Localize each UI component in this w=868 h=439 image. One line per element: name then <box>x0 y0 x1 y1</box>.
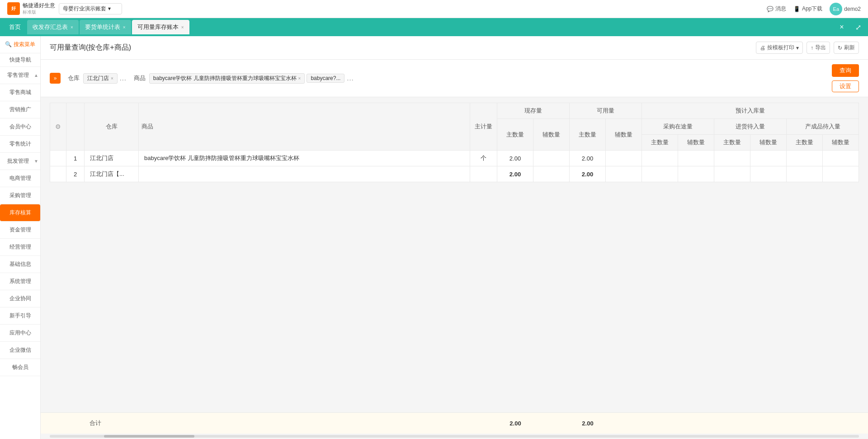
sidebar-item-retail-mgmt[interactable]: 零售管理 ▲ <box>0 67 40 84</box>
footer-td-index <box>66 416 84 430</box>
td-product-2 <box>139 166 470 182</box>
tab-close-all-btn[interactable]: × <box>835 21 848 33</box>
sidebar-item-system-mgmt[interactable]: 系统管理 <box>0 273 40 290</box>
filter-warehouse-group: 仓库 江北门店 × … <box>68 73 127 84</box>
sidebar-item-retail-mall[interactable]: 零售商城 <box>0 84 40 101</box>
logo-sub-name: 标准版 <box>23 9 55 15</box>
sidebar-item-new-guide[interactable]: 新手引导 <box>0 307 40 325</box>
sidebar-item-app-center[interactable]: 应用中心 <box>0 325 40 342</box>
search-icon: 🔍 <box>5 41 12 47</box>
footer-td-unit <box>470 416 497 430</box>
filter-product-tag-2[interactable]: babycare?... <box>307 74 344 83</box>
org-name: 母婴行业演示账套 <box>63 5 106 13</box>
tab-bar: 首页 收发存汇总表 × 要货单统计表 × 可用量库存账本 × × ⤢ <box>0 18 868 36</box>
sidebar-search[interactable]: 🔍 搜索菜单 <box>0 36 40 53</box>
tab-receipt-summary-close[interactable]: × <box>71 25 73 30</box>
tab-fullscreen-btn[interactable]: ⤢ <box>852 21 864 33</box>
th-inbound-group: 进货待入量 <box>714 119 787 135</box>
td-stock-main-2: 2.00 <box>497 166 533 182</box>
sidebar-item-finance-mgmt[interactable]: 资金管理 <box>0 222 40 239</box>
tab-available-stock-close[interactable]: × <box>181 25 184 30</box>
app-download-icon: 📱 <box>793 6 800 12</box>
sidebar-item-batch-mgmt[interactable]: 批发管理 ▼ <box>0 153 40 170</box>
footer-avail-main: 2.00 <box>570 416 606 430</box>
td-index-2: 2 <box>66 166 85 182</box>
sidebar-item-basic-info[interactable]: 基础信息 <box>0 256 40 273</box>
query-btn[interactable]: 查询 <box>832 64 859 77</box>
filter-expand-btn[interactable]: » <box>50 73 61 84</box>
page-title: 可用量查询(按仓库+商品) <box>50 43 131 52</box>
sidebar-nav[interactable]: 快捷导航 <box>0 53 40 67</box>
tab-order-stats-close[interactable]: × <box>123 25 126 30</box>
export-icon: ↑ <box>811 45 813 51</box>
sidebar-item-enterprise-wechat[interactable]: 企业微信 <box>0 342 40 359</box>
sidebar-item-finance-mgmt-label: 资金管理 <box>2 226 38 234</box>
message-icon: 💬 <box>767 6 774 12</box>
sidebar-item-member-label: 畅会员 <box>2 363 38 371</box>
th-product: 商品 <box>139 103 470 151</box>
horizontal-scroll-area[interactable] <box>41 434 868 439</box>
product-filter-label: 商品 <box>134 74 146 82</box>
filter-warehouse-tag-1[interactable]: 江北门店 × <box>83 73 118 84</box>
th-available-group: 可用量 <box>570 103 642 119</box>
gear-icon[interactable]: ⚙ <box>55 123 61 130</box>
app-download-btn[interactable]: 📱 App下载 <box>793 5 822 13</box>
th-purchase-main: 主数量 <box>642 135 678 151</box>
sidebar-item-retail-mgmt-arrow: ▲ <box>34 73 38 78</box>
footer-product-main <box>787 416 823 430</box>
sidebar-item-app-center-label: 应用中心 <box>2 329 38 337</box>
filter-product-more[interactable]: … <box>346 74 354 82</box>
sidebar-item-ops-mgmt[interactable]: 经营管理 <box>0 239 40 256</box>
td-warehouse-2: 江北门店【... <box>85 166 139 182</box>
th-product-main: 主数量 <box>787 135 823 151</box>
td-avail-main-2: 2.00 <box>570 166 606 182</box>
filter-product-tag-2-text: babycare?... <box>311 75 340 81</box>
export-btn[interactable]: ↑ 导出 <box>807 42 830 54</box>
th-product-aux: 辅数量 <box>823 135 859 151</box>
sidebar-item-ecommerce-mgmt[interactable]: 电商管理 <box>0 170 40 187</box>
org-selector[interactable]: 母婴行业演示账套 ▾ <box>59 3 122 14</box>
template-print-btn[interactable]: 🖨 按模板打印 ▾ <box>756 42 803 54</box>
content-area: 可用量查询(按仓库+商品) 🖨 按模板打印 ▾ ↑ 导出 ↻ 刷新 <box>41 36 868 439</box>
td-avail-aux-2 <box>606 166 642 182</box>
tab-home[interactable]: 首页 <box>4 20 26 34</box>
td-warehouse-1: 江北门店 <box>85 151 139 166</box>
warehouse-filter-label: 仓库 <box>68 74 80 82</box>
th-gear[interactable]: ⚙ <box>50 103 66 151</box>
avatar-text: Ea <box>833 6 839 12</box>
filter-product-tag-1-close[interactable]: × <box>298 76 301 81</box>
top-bar-right: 💬 消息 📱 App下载 Ea demo2 <box>767 3 861 15</box>
tab-order-stats[interactable]: 要货单统计表 × <box>80 20 131 34</box>
tab-receipt-summary[interactable]: 收发存汇总表 × <box>27 20 79 34</box>
main-layout: 🔍 搜索菜单 快捷导航 零售管理 ▲ 零售商城 营销推广 会员中心 零售统计 批… <box>0 36 868 439</box>
sidebar-item-purchase-mgmt[interactable]: 采购管理 <box>0 187 40 204</box>
sidebar-item-marketing[interactable]: 营销推广 <box>0 101 40 118</box>
th-planned-group: 预计入库量 <box>642 103 859 119</box>
footer-stock-main: 2.00 <box>497 416 533 430</box>
sidebar-item-retail-stats-label: 零售统计 <box>2 140 38 148</box>
sidebar-item-stock-check[interactable]: 库存核算 <box>0 204 40 222</box>
table-container[interactable]: ⚙ 仓库 商品 主计量 现存量 可用量 预计入库量 主数量 辅数量 主数量 <box>41 97 868 412</box>
filter-warehouse-tag-1-close[interactable]: × <box>111 76 113 81</box>
th-avail-aux: 辅数量 <box>606 119 642 151</box>
td-avail-aux-1 <box>606 151 642 166</box>
user-area[interactable]: Ea demo2 <box>830 3 861 15</box>
tab-available-stock[interactable]: 可用量库存账本 × <box>132 20 189 34</box>
td-product-main-2 <box>787 166 823 182</box>
refresh-btn[interactable]: ↻ 刷新 <box>834 42 859 54</box>
message-btn[interactable]: 💬 消息 <box>767 5 786 13</box>
sidebar-item-retail-mgmt-label: 零售管理 <box>2 71 34 79</box>
filter-product-tag-1[interactable]: babycare学饮杯 儿童防摔防撞吸管杯重力球吸嘴杯宝宝水杯 × <box>149 73 305 84</box>
sidebar-item-member[interactable]: 畅会员 <box>0 359 40 376</box>
th-avail-main: 主数量 <box>570 119 606 151</box>
footer-row: 合计 2.00 2.00 <box>50 416 859 430</box>
setting-btn[interactable]: 设置 <box>832 80 859 92</box>
sidebar-item-member-center[interactable]: 会员中心 <box>0 118 40 136</box>
scroll-thumb[interactable] <box>104 435 194 438</box>
sidebar-nav-label: 快捷导航 <box>9 57 31 63</box>
footer-purchase-main <box>642 416 678 430</box>
sidebar-item-ops-mgmt-label: 经营管理 <box>2 243 38 251</box>
sidebar-item-enterprise-collab[interactable]: 企业协同 <box>0 290 40 307</box>
sidebar-item-retail-stats[interactable]: 零售统计 <box>0 136 40 153</box>
filter-warehouse-more[interactable]: … <box>119 74 127 82</box>
